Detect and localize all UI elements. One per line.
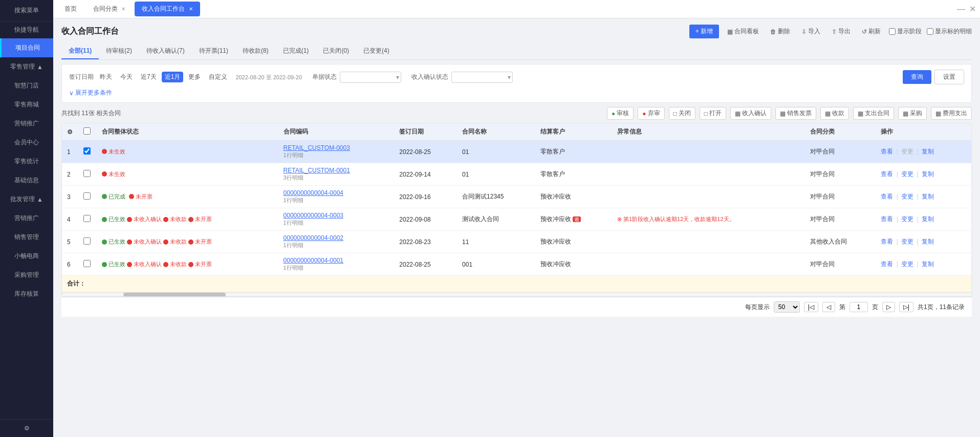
edit-btn-5[interactable]: 变更 xyxy=(901,238,913,245)
show-stage-checkbox[interactable] xyxy=(889,28,896,35)
horizontal-scrollbar[interactable] xyxy=(62,292,971,296)
row-checkbox[interactable] xyxy=(78,141,97,163)
date-opt-today[interactable]: 今天 xyxy=(117,72,136,82)
sidebar-item-membership[interactable]: 会员中心 xyxy=(0,133,53,152)
copy-btn-3[interactable]: 复制 xyxy=(922,193,934,200)
contract-link-3[interactable]: 0000000000004-0004 xyxy=(284,189,389,196)
row-checkbox[interactable] xyxy=(78,231,97,253)
view-btn-2[interactable]: 查看 xyxy=(881,170,893,178)
expand-more-btn[interactable]: ∨ 展开更多条件 xyxy=(69,89,964,97)
row-checkbox[interactable] xyxy=(78,186,97,208)
sidebar-item-marketing2[interactable]: 营销推广 xyxy=(0,209,53,228)
audit-btn[interactable]: ● 审核 xyxy=(607,107,634,120)
refresh-button[interactable]: ↺ 刷新 xyxy=(859,26,884,37)
income-confirm-btn[interactable]: ▦ 收入确认 xyxy=(730,107,771,120)
date-opt-yesterday[interactable]: 昨天 xyxy=(97,72,115,82)
contract-link-4[interactable]: 0000000000004-0003 xyxy=(284,212,389,219)
doc-status-select[interactable] xyxy=(340,72,401,83)
sidebar-item-smart-store[interactable]: 智慧门店 xyxy=(0,76,53,95)
last-page-btn[interactable]: ▷| xyxy=(899,302,913,312)
row-checkbox[interactable] xyxy=(78,208,97,231)
view-btn-5[interactable]: 查看 xyxy=(881,238,893,245)
close-icon[interactable]: ✕ xyxy=(969,4,976,14)
show-stage-checkbox-label[interactable]: 显示阶段 xyxy=(889,27,922,36)
filter-tab-pending-invoice[interactable]: 待开票(11) xyxy=(192,43,235,59)
view-btn-3[interactable]: 查看 xyxy=(881,193,893,200)
filter-tab-completed[interactable]: 已完成(1) xyxy=(276,43,316,59)
col-checkbox[interactable] xyxy=(78,123,97,141)
sidebar-item-wholesale-mgmt[interactable]: 批发管理▲ xyxy=(0,190,53,209)
prev-page-btn[interactable]: ◁ xyxy=(822,302,835,312)
sidebar-item-ecommerce[interactable]: 小畅电商 xyxy=(0,247,53,266)
payment-btn[interactable]: ▦ 收款 xyxy=(820,107,849,120)
delete-button[interactable]: 🗑 删除 xyxy=(767,26,793,37)
sidebar-item-retail-mgmt[interactable]: 零售管理▲ xyxy=(0,57,53,76)
sidebar-item-project-contract[interactable]: 项目合同 xyxy=(0,38,53,57)
show-detail-checkbox-label[interactable]: 显示标的明细 xyxy=(927,27,972,36)
row-checkbox[interactable] xyxy=(78,163,97,186)
date-opt-1month[interactable]: 近1月 xyxy=(162,72,184,82)
expense-contract-btn[interactable]: ▦ 支出合同 xyxy=(853,107,894,120)
view-btn-1[interactable]: 查看 xyxy=(881,148,893,155)
query-button[interactable]: 查询 xyxy=(903,70,931,84)
next-page-btn[interactable]: ▷ xyxy=(882,302,895,312)
sidebar-item-marketing[interactable]: 营销推广 xyxy=(0,114,53,133)
copy-btn-5[interactable]: 复制 xyxy=(922,238,934,245)
date-opt-7days[interactable]: 近7天 xyxy=(138,72,160,82)
sidebar-item-inventory[interactable]: 库存核算 xyxy=(0,285,53,303)
sales-invoice-btn[interactable]: ▦ 销售发票 xyxy=(775,107,816,120)
show-detail-checkbox[interactable] xyxy=(927,28,933,35)
tab-home[interactable]: 首页 xyxy=(57,2,84,16)
contract-link-2[interactable]: RETAIL_CUSTOM-0001 xyxy=(284,167,389,174)
contract-link-1[interactable]: RETAIL_CUSTOM-0003 xyxy=(284,144,389,151)
close-tab-contract-category[interactable]: ✕ xyxy=(121,6,125,12)
sidebar-search[interactable]: 搜索菜单 xyxy=(0,0,53,21)
sidebar-item-retail-stats[interactable]: 零售统计 xyxy=(0,152,53,171)
sidebar-settings[interactable]: ⚙ xyxy=(0,419,53,437)
edit-btn-3[interactable]: 变更 xyxy=(901,193,913,200)
row-checkbox[interactable] xyxy=(78,253,97,276)
contract-link-5[interactable]: 0000000000004-0002 xyxy=(284,234,389,242)
filter-tab-pending-payment[interactable]: 待收款(8) xyxy=(235,43,276,59)
copy-btn-1[interactable]: 复制 xyxy=(922,148,934,155)
filter-tab-changed[interactable]: 已变更(4) xyxy=(356,43,397,59)
edit-btn-4[interactable]: 变更 xyxy=(901,215,913,223)
edit-btn-2[interactable]: 变更 xyxy=(901,170,913,178)
filter-tab-pending-review[interactable]: 待审核(2) xyxy=(99,43,139,59)
new-button[interactable]: + 新增 xyxy=(689,25,719,38)
minimize-icon[interactable]: — xyxy=(957,5,965,14)
import-button[interactable]: ⇩ 导入 xyxy=(798,26,823,37)
settings-button[interactable]: 设置 xyxy=(934,70,964,84)
first-page-btn[interactable]: |◁ xyxy=(804,302,818,312)
filter-tab-all[interactable]: 全部(11) xyxy=(61,43,99,59)
sidebar-item-retail-mall[interactable]: 零售商城 xyxy=(0,95,53,114)
per-page-select[interactable]: 50 100 xyxy=(774,301,800,313)
view-btn-4[interactable]: 查看 xyxy=(881,215,893,223)
sidebar-item-sales-mgmt[interactable]: 销售管理 xyxy=(0,228,53,247)
select-all-checkbox[interactable] xyxy=(83,127,91,135)
close-btn[interactable]: □ 关闭 xyxy=(669,107,695,120)
page-number-input[interactable] xyxy=(850,302,868,312)
copy-btn-2[interactable]: 复制 xyxy=(922,170,934,178)
edit-btn-1[interactable]: 变更 xyxy=(901,148,913,155)
copy-btn-6[interactable]: 复制 xyxy=(922,260,934,268)
abandon-audit-btn[interactable]: ● 弃审 xyxy=(638,107,664,120)
kanban-button[interactable]: ▦ 合同看板 xyxy=(724,26,762,37)
sidebar-item-basic-info[interactable]: 基础信息 xyxy=(0,171,53,190)
open-btn[interactable]: □ 打开 xyxy=(700,107,726,120)
filter-tab-closed[interactable]: 已关闭(0) xyxy=(316,43,356,59)
contract-link-6[interactable]: 0000000000004-0001 xyxy=(284,257,389,264)
date-opt-custom[interactable]: 自定义 xyxy=(206,72,230,82)
expense-out-btn[interactable]: ▦ 费用支出 xyxy=(931,107,972,120)
edit-btn-6[interactable]: 变更 xyxy=(901,260,913,268)
purchase-btn[interactable]: ▦ 采购 xyxy=(898,107,927,120)
col-settings[interactable]: ⚙ xyxy=(62,123,78,141)
copy-btn-4[interactable]: 复制 xyxy=(922,215,934,223)
view-btn-6[interactable]: 查看 xyxy=(881,260,893,268)
export-button[interactable]: ⇧ 导出 xyxy=(829,26,854,37)
close-tab-income-contract[interactable]: ✕ xyxy=(189,6,193,12)
sidebar-item-purchase-mgmt[interactable]: 采购管理 xyxy=(0,266,53,285)
sidebar-nav[interactable]: 快捷导航 xyxy=(0,21,53,38)
scroll-thumb[interactable] xyxy=(123,293,226,297)
filter-tab-pending-confirm[interactable]: 待收入确认(7) xyxy=(139,43,192,59)
